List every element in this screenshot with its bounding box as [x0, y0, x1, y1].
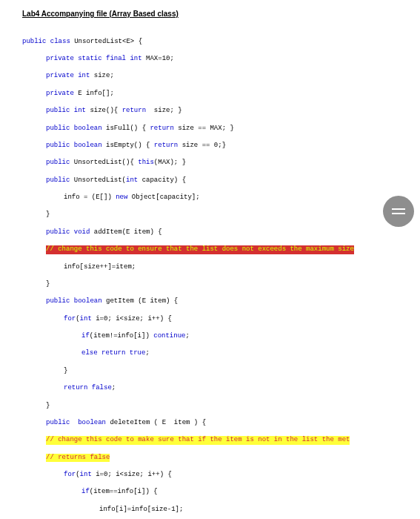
highlight-comment-3: // returns false: [46, 454, 110, 463]
kw: public class: [22, 38, 70, 45]
highlight-comment-1: // change this code to ensure that the l…: [46, 245, 354, 254]
hamburger-icon: [392, 208, 405, 210]
highlight-comment-2: // change this code to make sure that if…: [46, 436, 350, 445]
menu-fab[interactable]: [383, 196, 414, 227]
code-block-1: public class UnsortedList<E> { private s…: [22, 29, 398, 519]
section-header-1: Lab4 Accompanying file (Array Based clas…: [22, 9, 398, 19]
